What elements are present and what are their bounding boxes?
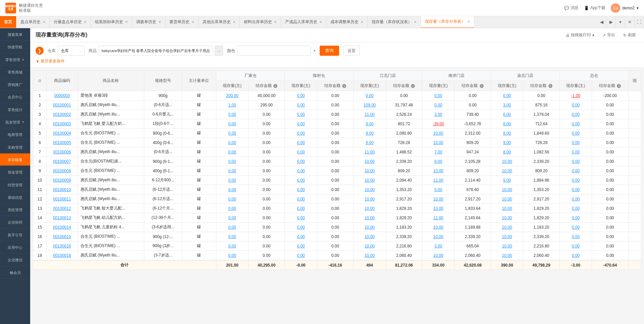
sidebar-item-finance[interactable]: 资金管理 [0,166,30,178]
logo-icon: 畅捷通好生意 [5,3,16,13]
tab-stock-status[interactable]: 现存量（库存状况表） ✕ [368,16,421,28]
row-total-amount: 0.00 [592,100,629,110]
info-icon-nanan[interactable]: i [480,84,484,88]
table-container[interactable]: ⚙ 商品编码 商品名称 规格型号 主计量单位 厂家仓 陈村仓 江北门店 南岸门店… [30,68,644,324]
sidebar-item-retail[interactable]: 零售管理 ▲ [0,53,30,66]
sidebar-item-wholesale[interactable]: 批发管理 ▼ [0,116,30,128]
th-gear[interactable]: ⚙ [33,71,47,91]
app-download-btn[interactable]: 📱 App下载 [584,5,605,11]
th-factory-stock: 现存量(主) [216,81,248,91]
tab-close-cost-adjust[interactable]: ✕ [361,20,363,24]
tab-cost-adjust[interactable]: 成本调整单历史 ✕ [326,16,368,28]
row-name: 合生元(BIOSTIME)派... [77,157,144,166]
tab-close-spot-dist[interactable]: ✕ [84,20,87,24]
expand-arrow[interactable]: ❯ [36,47,44,55]
tab-combo-split[interactable]: 组装拆卸单历史 ✕ [91,16,132,28]
color-dropdown-icon[interactable]: ▾ [314,48,316,53]
warehouse-select[interactable]: 仓库 ··· [58,46,85,56]
tab-nav-expand[interactable]: ▾ [616,16,625,28]
export-btn[interactable]: ↗ 导出 [600,31,618,39]
expand-conditions-btn[interactable]: ▼ 展开更多条件 [36,58,65,64]
tab-close-order[interactable]: ✕ [192,20,194,24]
refresh-btn[interactable]: ↻ 刷新 [621,31,639,39]
sidebar-item-member[interactable]: 会员中心 [0,91,30,103]
messages-btn[interactable]: 💬 消息 [564,5,579,11]
tab-close-stock-status[interactable]: ✕ [414,20,417,24]
search-button[interactable]: 查询 [320,46,339,56]
product-more-btn[interactable]: ··· [215,46,223,56]
info-icon-total[interactable]: i [617,84,621,88]
row-index: 14 [33,213,47,223]
tab-close-adjust[interactable]: ✕ [158,20,161,24]
info-icon-chenshi[interactable]: i [342,84,346,88]
row-yuebei-amount: 2,060.40 [523,251,560,261]
tab-nav-right[interactable]: ▶ [606,16,616,28]
sidebar-item-quicknav[interactable]: 快捷导航 [0,41,30,53]
row-total-amount: 0.00 [592,241,629,251]
tab-close-stock-dist[interactable]: ✕ [467,20,470,24]
sidebar-item-operations[interactable]: 经营管理 [0,179,30,191]
row-nanan-amount: 2,339.20 [454,232,491,241]
sidebar-item-retail-shop[interactable]: 零售商城 [0,66,30,78]
tab-close-other-out[interactable]: ✕ [233,20,235,24]
row-code: 00100006 [47,147,78,157]
row-yuebei-stock: 9.00 [491,176,523,185]
row-nanan-stock: 3.00 [422,241,454,251]
tab-other-out[interactable]: 其他出库单历史 ✕ [199,16,240,28]
user-area[interactable]: Ea demo2 ▾ [611,3,639,13]
tab-close-all[interactable]: ✕ [625,16,635,28]
row-chenshi-amount: 0.00 [317,91,354,100]
sidebar-item-marketing[interactable]: 营销推广 [0,78,30,91]
row-yuebei-amount: 875.16 [523,100,560,110]
tab-spot-dist[interactable]: 分量盘点单历史 ✕ [50,16,91,28]
row-factory-amount: 0.00 [248,138,285,147]
gear-icon[interactable]: ⚙ [38,79,42,83]
tab-home[interactable]: 首页 [0,16,16,28]
th-group-chenshi: 陈村仓 [285,71,354,81]
row-current [628,138,641,147]
tab-fullscreen[interactable]: ⛶ [635,16,644,28]
info-icon-jiangbei[interactable]: i [411,84,415,88]
row-current [628,166,641,176]
username-label: demo2 [622,6,635,10]
info-icon-yuebei[interactable]: i [548,84,552,88]
sidebar-item-retail-stats[interactable]: 零售统计 [0,103,30,116]
sidebar-item-purchase[interactable]: 采购管理 [0,141,30,153]
print-btn[interactable]: 🖨 按模板打印 ▾ [563,31,597,39]
sidebar-item-basic[interactable]: 基础信息 [0,191,30,203]
info-icon-factory[interactable]: i [273,84,277,88]
product-input[interactable] [99,46,213,56]
row-unit: 罐 [182,138,216,147]
tab-product-in[interactable]: 产成品入库单历史 ✕ [281,16,326,28]
tab-close-combo-split[interactable]: ✕ [125,20,128,24]
tab-close-spot-history[interactable]: ✕ [43,20,45,24]
row-nanan-amount: 676.60 [454,185,491,194]
row-total-stock: 0.00 [559,129,592,138]
row-nanan-amount: 809.20 [454,138,491,147]
tab-adjust[interactable]: 调拨单历史 ✕ [132,16,165,28]
sidebar-item-collab[interactable]: 企业协同 [0,216,30,228]
sidebar-item-guide[interactable]: 新手引导 [0,229,30,241]
tab-nav-left[interactable]: ◀ [597,16,606,28]
sidebar-item-member2[interactable]: 畅会员 [0,266,30,279]
sidebar-item-ecommerce[interactable]: 电商管理 [0,128,30,141]
sidebar-item-apps[interactable]: 应用中心 [0,241,30,253]
tab-close-product-in[interactable]: ✕ [319,20,322,24]
setting-button[interactable]: 设置 [343,46,360,56]
row-current [628,119,641,129]
row-yuebei-amount: 1,884.96 [523,176,560,185]
row-jiangbei-stock: 10.00 [354,194,386,204]
sidebar-item-search[interactable]: 搜索英单 [0,28,30,41]
sidebar-item-inventory[interactable]: 库存核算 [0,153,30,166]
row-factory-amount: 0.00 [248,241,285,251]
tab-spot-history[interactable]: 盘点单历史 ✕ [16,16,50,28]
row-jiangbei-stock: 10.00 [354,251,386,261]
tab-stock-dist[interactable]: 现存量（库存分布表） ✕ [421,16,474,28]
color-input[interactable] [237,46,311,56]
row-total-amount: 0.00 [592,166,629,176]
tab-material-out[interactable]: 材料出库单历史 ✕ [240,16,281,28]
tab-order[interactable]: 要货单历史 ✕ [165,16,199,28]
tab-close-material-out[interactable]: ✕ [274,20,277,24]
sidebar-item-wechat[interactable]: 企业微信 [0,253,30,266]
sidebar-item-system[interactable]: 系统管理 [0,203,30,216]
